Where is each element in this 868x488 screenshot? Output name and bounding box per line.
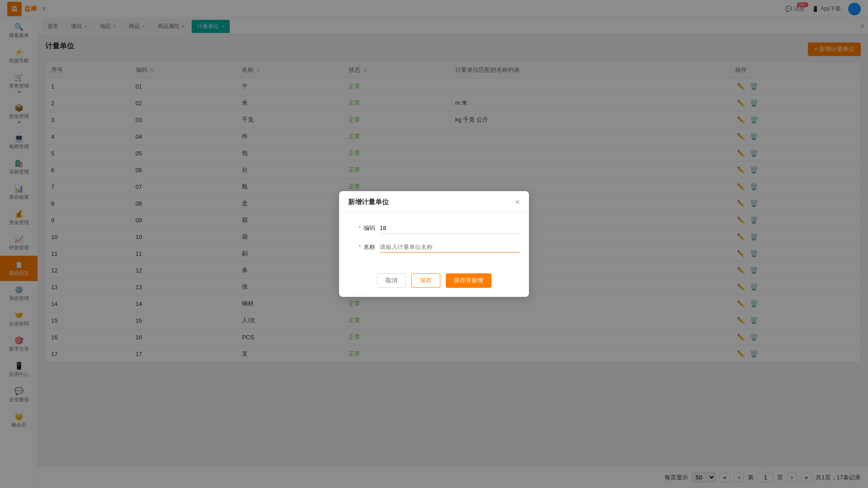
code-label: * 编码	[348, 224, 375, 232]
modal-overlay: 新增计量单位 × * 编码 * 名称 取消 保存 保存并新增	[0, 0, 868, 488]
cancel-button[interactable]: 取消	[377, 273, 406, 288]
modal-header: 新增计量单位 ×	[339, 191, 529, 212]
modal-title: 新增计量单位	[348, 198, 389, 206]
required-star: *	[359, 225, 361, 231]
save-button[interactable]: 保存	[411, 273, 440, 288]
name-label: * 名称	[348, 243, 375, 251]
form-row-code: * 编码	[348, 223, 520, 234]
modal-body: * 编码 * 名称	[339, 212, 529, 268]
required-star: *	[359, 244, 361, 250]
save-add-button[interactable]: 保存并新增	[446, 273, 491, 288]
add-unit-modal: 新增计量单位 × * 编码 * 名称 取消 保存 保存并新增	[339, 191, 529, 297]
form-row-name: * 名称	[348, 242, 520, 253]
name-label-text: 名称	[363, 244, 375, 250]
code-label-text: 编码	[363, 225, 375, 231]
modal-close-button[interactable]: ×	[515, 197, 520, 207]
name-input[interactable]	[380, 242, 520, 253]
modal-footer: 取消 保存 保存并新增	[339, 268, 529, 297]
code-input[interactable]	[380, 223, 520, 234]
